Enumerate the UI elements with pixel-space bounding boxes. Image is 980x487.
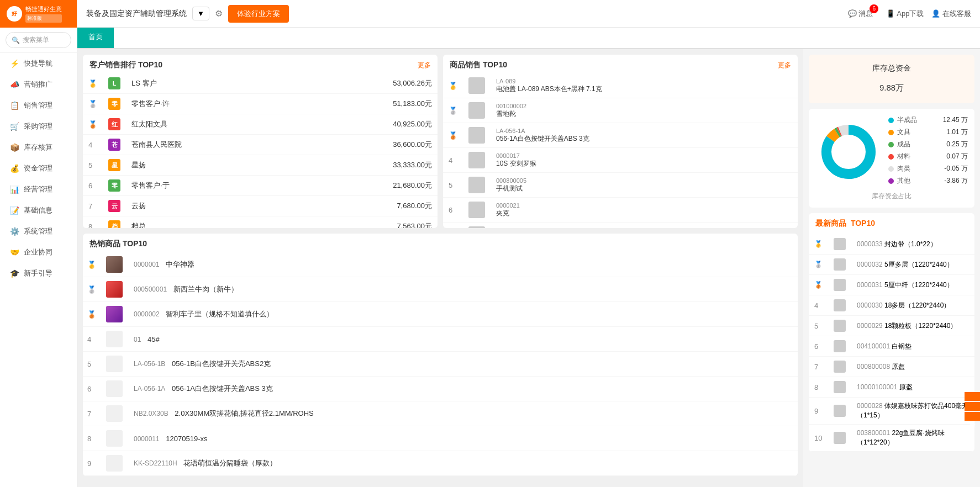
live-stream-button[interactable]: 直播 bbox=[965, 412, 980, 421]
product-thumb bbox=[468, 127, 485, 144]
product-sales-more[interactable]: 更多 bbox=[778, 61, 791, 70]
stock-chart-card: 半成品 12.45 万 文具 1.01 万 成品 0.25 万 bbox=[809, 109, 974, 208]
rank-cell: 🥇 bbox=[809, 234, 828, 255]
avatar: 零 bbox=[108, 98, 120, 110]
trial-plan-button[interactable]: 体验行业方案 bbox=[228, 5, 289, 23]
sidebar-item-guide[interactable]: 🎓 新手引导 bbox=[0, 263, 77, 284]
system-dropdown-button[interactable]: ▼ bbox=[192, 7, 209, 20]
thumb-cell bbox=[101, 426, 128, 451]
legend-value: 0.07 万 bbox=[946, 152, 968, 161]
sidebar-search-area: 🔍 搜索菜单 bbox=[0, 28, 77, 53]
product-name: 新西兰牛肉（新牛） bbox=[173, 285, 238, 293]
product-image bbox=[106, 306, 123, 322]
topbar-left: 装备及固定资产辅助管理系统 ▼ ⚙ 体验行业方案 bbox=[86, 5, 289, 23]
customer-list: 🥇 L LS 客户 53,006.26元 🥈 零 零售客户·许 51,183 bbox=[83, 73, 438, 228]
thumb-cell bbox=[463, 173, 491, 198]
table-row: 8 档 档总 7,563.00元 bbox=[83, 216, 438, 229]
settings-gear-button[interactable]: ⚙ bbox=[215, 8, 223, 19]
legend-name: 半成品 bbox=[897, 115, 940, 125]
search-menu-button[interactable]: 🔍 搜索菜单 bbox=[6, 32, 71, 48]
online-service-label: 在线客服 bbox=[942, 9, 971, 18]
rank-cell: 4 bbox=[83, 135, 103, 155]
tab-home[interactable]: 首页 bbox=[77, 28, 114, 48]
thumb-cell bbox=[463, 198, 491, 223]
sidebar-item-enterprise[interactable]: 🤝 企业协同 bbox=[0, 242, 77, 263]
product-image bbox=[106, 356, 123, 372]
medal-icon: 🥉 bbox=[88, 120, 97, 129]
product-info-cell: LA-056-1A 056-1A白色按键开关盖ABS 3克 bbox=[491, 123, 798, 148]
table-row: 🥈 0000032 5厘多层（1220*2440） bbox=[809, 255, 974, 275]
rank-cell: 8 bbox=[83, 426, 101, 451]
float-buttons: 客服热线 服务社区 直播 bbox=[965, 392, 980, 421]
message-button[interactable]: 💬 消息6 bbox=[848, 9, 879, 19]
sidebar-item-quick-nav[interactable]: ⚡ 快捷导航 bbox=[0, 53, 77, 74]
stock-legend: 半成品 12.45 万 文具 1.01 万 成品 0.25 万 bbox=[888, 115, 968, 188]
sidebar-item-marketing[interactable]: 📣 营销推广 bbox=[0, 74, 77, 95]
name-cell: 云扬 bbox=[126, 196, 297, 216]
sidebar-item-finance[interactable]: 💰 资金管理 bbox=[0, 158, 77, 179]
table-row: 6 零 零售客户·于 21,680.00元 bbox=[83, 176, 438, 196]
online-service-button[interactable]: 👤 在线客服 bbox=[931, 9, 971, 19]
medal-icon: 🥇 bbox=[814, 240, 823, 248]
logo-text: 畅捷通好生意 bbox=[25, 5, 62, 13]
sidebar-item-purchase[interactable]: 🛒 采购管理 bbox=[0, 116, 77, 137]
stock-total-label: 库存总资金 bbox=[818, 63, 966, 73]
rank-cell: 7 bbox=[443, 223, 463, 229]
search-label: 搜索菜单 bbox=[23, 35, 49, 45]
customer-more-link[interactable]: 更多 bbox=[418, 61, 431, 70]
avatar-cell: 云 bbox=[103, 196, 126, 216]
avatar: 苍 bbox=[108, 139, 120, 151]
table-row: 🥈 零 零售客户·许 51,183.00元 bbox=[83, 94, 438, 114]
service-community-button[interactable]: 服务社区 bbox=[965, 402, 980, 411]
app-download-button[interactable]: 📱 App下载 bbox=[886, 9, 924, 19]
rank-cell: 5 bbox=[83, 352, 101, 377]
product-code: LA-056-1A bbox=[496, 128, 792, 134]
sidebar-item-system[interactable]: ⚙️ 系统管理 bbox=[0, 221, 77, 242]
sidebar-label-marketing: 营销推广 bbox=[24, 80, 52, 89]
right-panel: 库存总资金 9.88万 bbox=[803, 49, 980, 487]
product-thumb bbox=[834, 299, 846, 311]
avatar-cell: 零 bbox=[103, 94, 126, 114]
medal-icon: 🥈 bbox=[449, 107, 457, 115]
product-info-cell: 0000032 5厘多层（1220*2440） bbox=[851, 255, 974, 275]
quick-nav-icon: ⚡ bbox=[9, 59, 19, 68]
product-thumb bbox=[834, 238, 846, 250]
medal-icon: 🥉 bbox=[814, 281, 823, 289]
sidebar-item-sales[interactable]: 📋 销售管理 bbox=[0, 95, 77, 116]
product-info-cell: 0000017 10S 变刺罗猴 bbox=[491, 148, 798, 173]
legend-dot bbox=[888, 154, 894, 160]
product-info-cell: 0000031 5厘中纤（1220*2440） bbox=[851, 275, 974, 295]
table-row: 🥇 0000033 封边带（1.0*22） bbox=[809, 234, 974, 255]
product-info-cell: 0000033 封边带（1.0*22） bbox=[851, 234, 974, 255]
medal-icon: 🥇 bbox=[449, 82, 457, 90]
rank-cell: 5 bbox=[443, 173, 463, 198]
table-row: 4 01 45# bbox=[83, 327, 798, 352]
product-info-cell: 000800005 手机测试 bbox=[491, 173, 798, 198]
page-tabs: 首页 bbox=[77, 28, 980, 49]
table-row: 🥇 0000001 中华神器 bbox=[83, 252, 798, 277]
table-row: 4 0000030 18多层（1220*2440） bbox=[809, 295, 974, 316]
customer-service-button[interactable]: 客服热线 bbox=[965, 392, 980, 401]
rank-cell: 5 bbox=[809, 316, 828, 336]
legend-item: 半成品 12.45 万 bbox=[888, 115, 968, 125]
donut-container: 半成品 12.45 万 文具 1.01 万 成品 0.25 万 bbox=[815, 115, 968, 188]
sidebar-label-purchase: 采购管理 bbox=[24, 121, 52, 131]
amount-cell: 7,680.00元 bbox=[297, 196, 438, 216]
sidebar-item-basic-info[interactable]: 📝 基础信息 bbox=[0, 200, 77, 221]
sidebar-label-sales: 销售管理 bbox=[24, 100, 52, 110]
product-code: 0000002 bbox=[134, 310, 160, 318]
thumb-cell bbox=[828, 295, 851, 316]
name-cell: 星扬 bbox=[126, 155, 297, 176]
rank-cell: 🥈 bbox=[809, 255, 828, 275]
stock-total-unit: 万 bbox=[895, 83, 904, 92]
sidebar-label-finance: 资金管理 bbox=[24, 163, 52, 173]
app-download-label: App下载 bbox=[897, 9, 924, 18]
sidebar-item-inventory[interactable]: 📦 库存核算 bbox=[0, 137, 77, 158]
product-thumb bbox=[834, 361, 846, 373]
rank-cell: 🥉 bbox=[443, 123, 463, 148]
product-info-cell: 0000002 智利车子里（规格不知道填什么） bbox=[128, 302, 798, 327]
purchase-icon: 🛒 bbox=[9, 122, 19, 131]
search-icon: 🔍 bbox=[12, 36, 20, 44]
sidebar-item-operations[interactable]: 📊 经营管理 bbox=[0, 179, 77, 200]
legend-name: 其他 bbox=[897, 176, 941, 186]
